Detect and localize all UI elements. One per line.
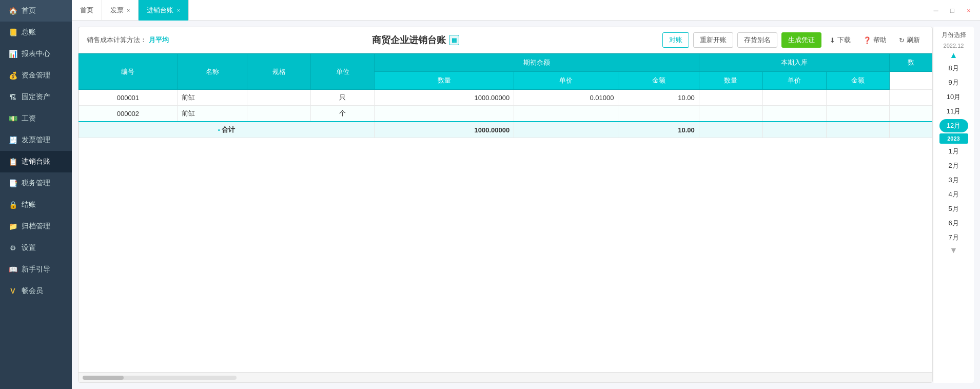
sidebar-item-close[interactable]: 🔒 结账 <box>0 194 72 216</box>
tab-invoice-close[interactable]: × <box>127 7 130 13</box>
save-alias-button[interactable]: 存货别名 <box>737 32 777 48</box>
month-8[interactable]: 8月 <box>939 62 968 75</box>
cell-in-amount <box>826 106 890 122</box>
cell-open-amount <box>618 106 699 122</box>
col-in-qty: 数量 <box>699 72 762 90</box>
year-2022-label: 2022.12 <box>933 42 974 50</box>
col-open-price: 单价 <box>514 72 618 90</box>
download-button[interactable]: ⬇ 下载 <box>826 33 855 47</box>
main-area: 首页 发票 × 进销台账 × ─ □ × 销售成本计算方法： 月平均 商贸 <box>72 0 980 389</box>
month-7[interactable]: 7月 <box>939 231 968 244</box>
sidebar: 🏠 首页 📒 总账 📊 报表中心 💰 资金管理 🏗 固定资产 💵 工资 🧾 发票… <box>0 0 72 389</box>
toolbar-buttons: 对账 重新开账 存货别名 生成凭证 ⬇ 下载 ❓ 帮助 ↻ 刷新 <box>662 32 924 48</box>
month-12[interactable]: 12月 <box>939 119 968 132</box>
cell-out-qty <box>890 90 932 106</box>
col-unit: 单位 <box>311 54 375 90</box>
month-5[interactable]: 5月 <box>939 202 968 216</box>
sidebar-item-fixed-assets[interactable]: 🏗 固定资产 <box>0 86 72 108</box>
cell-open-qty <box>375 106 514 122</box>
col-current-in: 本期入库 <box>699 54 890 72</box>
total-in-qty <box>699 122 762 138</box>
tab-invoice[interactable]: 发票 × <box>102 0 139 21</box>
funds-icon: 💰 <box>8 71 17 80</box>
guide-icon: 📖 <box>8 265 17 274</box>
minimize-button[interactable]: ─ <box>929 3 943 17</box>
sidebar-item-settings[interactable]: ⚙ 设置 <box>0 237 72 259</box>
total-open-amount: 10.00 <box>618 122 699 138</box>
col-opening-balance: 期初余额 <box>375 54 699 72</box>
cell-name: 前缸 <box>177 90 247 106</box>
sidebar-item-ledger[interactable]: 📒 总账 <box>0 22 72 43</box>
scroll-down-button[interactable]: ▼ <box>939 245 968 256</box>
title-info-icon[interactable]: ▦ <box>449 35 459 45</box>
scrollbar-thumb[interactable] <box>83 376 124 380</box>
cell-in-price <box>762 106 826 122</box>
close-window-button[interactable]: × <box>962 3 976 17</box>
total-out-qty <box>890 122 932 138</box>
cell-in-amount <box>826 90 890 106</box>
settings-icon: ⚙ <box>8 243 17 252</box>
col-name: 名称 <box>177 54 247 90</box>
cell-in-qty <box>699 106 762 122</box>
tab-home[interactable]: 首页 <box>72 0 102 21</box>
sidebar-item-guide[interactable]: 📖 新手引导 <box>0 259 72 280</box>
total-label: ▪合计 <box>79 122 375 138</box>
cell-out-qty <box>890 106 932 122</box>
table-wrapper: 编号 名称 规格 单位 期初余额 本期入库 数 数量 单价 金额 数 <box>79 53 932 372</box>
cell-unit: 个 <box>311 106 375 122</box>
sidebar-item-funds[interactable]: 💰 资金管理 <box>0 65 72 86</box>
col-in-amount: 金额 <box>826 72 890 90</box>
month-panel-title: 月份选择 <box>939 31 968 40</box>
help-icon: ❓ <box>863 36 871 44</box>
month-9[interactable]: 9月 <box>939 76 968 89</box>
month-6[interactable]: 6月 <box>939 217 968 230</box>
col-open-amount: 金额 <box>618 72 699 90</box>
sidebar-item-home[interactable]: 🏠 首页 <box>0 0 72 22</box>
sidebar-item-reports[interactable]: 📊 报表中心 <box>0 43 72 65</box>
content-area: 销售成本计算方法： 月平均 商贸企业进销台账 ▦ 对账 重新开账 存货别名 生成… <box>72 21 980 389</box>
sidebar-item-tax[interactable]: 📑 税务管理 <box>0 172 72 194</box>
reconcile-button[interactable]: 对账 <box>662 32 689 48</box>
cell-spec <box>247 106 311 122</box>
tab-bar: 首页 发票 × 进销台账 × ─ □ × <box>72 0 980 21</box>
total-in-price <box>762 122 826 138</box>
tab-purchase-sales[interactable]: 进销台账 × <box>139 0 188 21</box>
col-code: 编号 <box>79 54 178 90</box>
window-controls: ─ □ × <box>929 0 980 21</box>
cell-open-price: 0.01000 <box>514 90 618 106</box>
data-table: 编号 名称 规格 单位 期初余额 本期入库 数 数量 单价 金额 数 <box>79 53 932 138</box>
cell-code: 000001 <box>79 90 178 106</box>
reports-icon: 📊 <box>8 49 17 59</box>
download-icon: ⬇ <box>830 36 835 44</box>
generate-voucher-button[interactable]: 生成凭证 <box>781 32 821 48</box>
bottom-scrollbar[interactable] <box>79 372 932 382</box>
maximize-button[interactable]: □ <box>945 3 959 17</box>
sidebar-item-purchase-sales[interactable]: 📋 进销台账 <box>0 151 72 172</box>
month-11[interactable]: 11月 <box>939 105 968 118</box>
table-row[interactable]: 000002 前缸 个 <box>79 106 932 122</box>
tab-purchase-sales-close[interactable]: × <box>177 7 180 13</box>
sidebar-item-payroll[interactable]: 💵 工资 <box>0 108 72 129</box>
close-books-icon: 🔒 <box>8 200 17 209</box>
month-3[interactable]: 3月 <box>939 173 968 187</box>
table-row[interactable]: 000001 前缸 只 1000.00000 0.01000 10.00 <box>79 90 932 106</box>
scroll-up-button[interactable]: ▲ <box>939 50 968 61</box>
cell-open-qty: 1000.00000 <box>375 90 514 106</box>
sidebar-item-archive[interactable]: 📁 归档管理 <box>0 216 72 237</box>
vip-icon: V <box>8 286 17 296</box>
total-open-price <box>514 122 618 138</box>
refresh-button[interactable]: ↻ 刷新 <box>895 33 924 47</box>
reopen-button[interactable]: 重新开账 <box>693 32 733 48</box>
month-4[interactable]: 4月 <box>939 188 968 201</box>
sidebar-item-vip[interactable]: V 畅会员 <box>0 280 72 302</box>
cell-in-price <box>762 90 826 106</box>
scrollbar-track <box>83 376 237 380</box>
month-2[interactable]: 2月 <box>939 159 968 172</box>
col-out-qty: 数 <box>890 54 932 72</box>
home-icon: 🏠 <box>8 6 17 15</box>
sidebar-item-invoice-mgmt[interactable]: 🧾 发票管理 <box>0 129 72 151</box>
help-button[interactable]: ❓ 帮助 <box>859 33 891 47</box>
month-10[interactable]: 10月 <box>939 90 968 104</box>
refresh-icon: ↻ <box>899 36 905 44</box>
month-1[interactable]: 1月 <box>939 145 968 158</box>
